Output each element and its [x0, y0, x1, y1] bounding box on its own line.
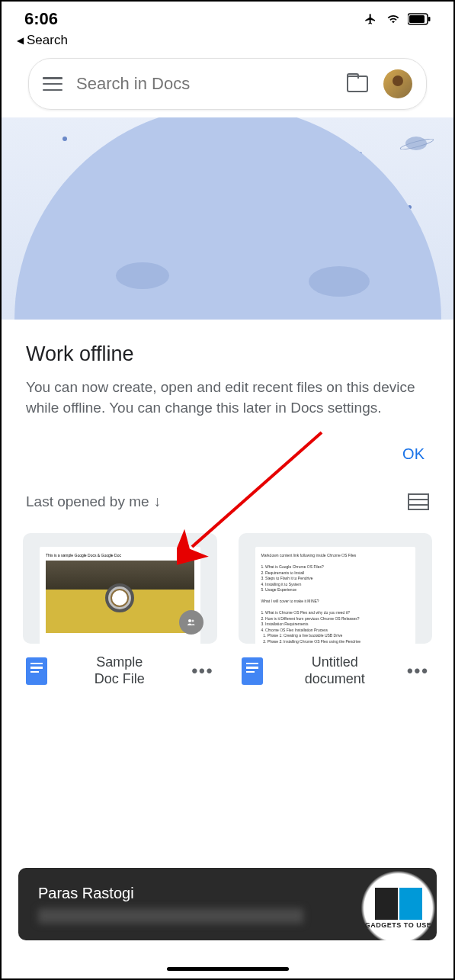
- svg-point-3: [188, 619, 191, 622]
- offline-card: Work offline You can now create, open an…: [2, 320, 453, 432]
- file-menu-button[interactable]: •••: [191, 661, 213, 681]
- files-grid: This is a sample Google Docs & Google Do…: [2, 525, 453, 705]
- planet-icon: [14, 117, 441, 320]
- file-card[interactable]: Markdown content link following inside C…: [239, 533, 433, 698]
- offline-description: You can now create, open and edit recent…: [26, 378, 429, 418]
- toast-user-email: [38, 908, 303, 924]
- status-bar: 6:06: [2, 2, 453, 33]
- offline-title: Work offline: [26, 342, 429, 366]
- file-name: Untitled document: [274, 654, 396, 687]
- docs-icon: [26, 657, 47, 685]
- shared-icon: [179, 610, 203, 635]
- saturn-icon: [405, 137, 427, 150]
- airplane-mode-icon: [362, 13, 379, 25]
- back-nav[interactable]: Search: [2, 33, 453, 54]
- arrow-down-icon: ↓: [154, 493, 162, 510]
- svg-point-4: [191, 620, 194, 622]
- watermark-text: GADGETS TO USE: [365, 921, 431, 929]
- wifi-icon: [385, 13, 402, 25]
- home-indicator[interactable]: [167, 967, 289, 971]
- file-menu-button[interactable]: •••: [407, 661, 429, 681]
- status-icons: [362, 13, 431, 25]
- watermark-logo: GADGETS TO USE: [354, 864, 442, 952]
- svg-rect-2: [428, 17, 431, 21]
- status-time: 6:06: [24, 9, 58, 29]
- sort-dropdown[interactable]: Last opened by me ↓: [26, 493, 161, 510]
- view-toggle-button[interactable]: [408, 493, 429, 510]
- file-thumbnail: This is a sample Google Docs & Google Do…: [23, 533, 217, 644]
- folder-icon[interactable]: [347, 76, 368, 92]
- svg-rect-1: [409, 15, 425, 23]
- battery-icon: [408, 13, 431, 25]
- search-bar: [28, 58, 427, 110]
- hero-illustration: ✓: [2, 117, 453, 320]
- avatar[interactable]: [383, 69, 412, 98]
- file-card[interactable]: This is a sample Google Docs & Google Do…: [23, 533, 217, 698]
- file-thumbnail: Markdown content link following inside C…: [239, 533, 433, 644]
- ok-button[interactable]: OK: [2, 432, 453, 471]
- menu-icon[interactable]: [43, 77, 62, 91]
- back-label: Search: [27, 33, 68, 48]
- minion-image: [46, 561, 194, 633]
- search-input[interactable]: [76, 74, 347, 94]
- sort-label-text: Last opened by me: [26, 493, 149, 510]
- file-name: Sample Doc File: [58, 654, 181, 687]
- sort-row: Last opened by me ↓: [2, 471, 453, 525]
- docs-icon: [242, 657, 263, 685]
